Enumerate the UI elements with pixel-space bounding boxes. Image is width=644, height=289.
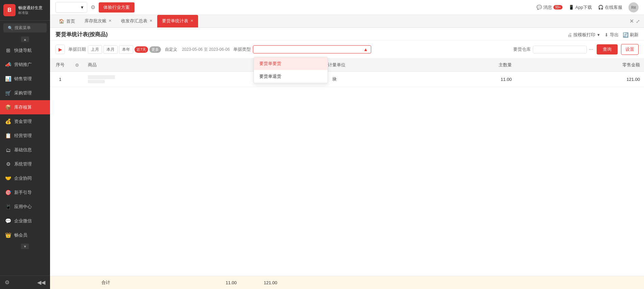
- page-header: 要货单统计表(按商品) 🖨 按模板打印 ▼ ⬇ 导出 🔄 刷新: [50, 28, 644, 41]
- sidebar-collapse-icon[interactable]: ◀◀: [37, 279, 45, 286]
- sidebar-item-label: 采购管理: [14, 90, 32, 96]
- sidebar-item-system[interactable]: ⚙ 系统管理: [0, 157, 50, 171]
- last-month-btn[interactable]: 上月: [88, 45, 102, 54]
- sales-icon: 📊: [5, 75, 11, 82]
- filter-expand-btn[interactable]: ▶: [55, 45, 65, 54]
- purchase-icon: 🛒: [5, 90, 11, 96]
- sidebar-item-inventory[interactable]: 📦 库存核算: [0, 100, 50, 114]
- cell-seq: 1: [50, 72, 70, 87]
- col-seq: 序号: [50, 59, 70, 72]
- search-menu[interactable]: 🔍 搜索菜单: [3, 23, 47, 32]
- type-chevron-icon[interactable]: ▲: [363, 47, 368, 52]
- inventory-icon: 📦: [5, 104, 11, 111]
- scroll-up-btn[interactable]: ▲: [21, 37, 29, 42]
- dropdown-order-goods-label: 要货单要货: [259, 61, 281, 66]
- sidebar-item-guide[interactable]: 🎯 新手引导: [0, 185, 50, 200]
- tab-order-summary-label: 要货单统计表: [162, 18, 188, 24]
- tabs-actions: ✕ ⤢: [629, 18, 640, 24]
- store-selector[interactable]: 41 ▼: [55, 2, 87, 13]
- store-input[interactable]: 41: [58, 4, 79, 11]
- online-service-label: 在线客服: [605, 4, 622, 10]
- tab-order-summary-close[interactable]: ✕: [190, 19, 193, 23]
- sidebar-item-finance[interactable]: 💰 资金管理: [0, 114, 50, 129]
- date-range-display: 2023-05-06 至 2023-06-06: [182, 47, 230, 52]
- app-download-icon: 📱: [569, 5, 574, 10]
- sidebar-item-label: 企业协同: [14, 175, 32, 181]
- this-year-btn[interactable]: 本年: [119, 45, 133, 54]
- topbar-right: 💬 消息 99+ 📱 App下载 🎧 在线客服 Rit: [536, 2, 639, 13]
- settings-gear-icon[interactable]: ⚙: [91, 4, 95, 10]
- sidebar-item-marketing[interactable]: 📣 营销推广: [0, 58, 50, 72]
- expand-btn[interactable]: ⤢: [636, 19, 640, 24]
- export-btn[interactable]: ⬇ 导出: [604, 32, 619, 38]
- dropdown-item-order-return[interactable]: 要货单退货: [254, 70, 328, 83]
- search-icon: 🔍: [8, 26, 13, 30]
- cell-amount: 121.00: [516, 72, 644, 87]
- online-service-btn[interactable]: 🎧 在线客服: [598, 4, 622, 10]
- tab-inventory-batch[interactable]: 库存批次账 ✕: [80, 15, 116, 27]
- messages-btn[interactable]: 💬 消息 99+: [536, 4, 563, 10]
- guide-icon: 🎯: [5, 189, 11, 196]
- sidebar-item-label: 系统管理: [14, 161, 32, 167]
- coop-icon: 🤝: [5, 175, 11, 182]
- tab-receive-summary[interactable]: 收发存汇总表 ✕: [116, 15, 157, 27]
- scroll-down-btn[interactable]: ▼: [21, 244, 29, 249]
- sidebar-bottom: ⚙ ◀◀: [0, 275, 50, 289]
- logo-icon: B: [3, 4, 16, 16]
- app-download-btn[interactable]: 📱 App下载: [569, 4, 592, 10]
- tab-inventory-batch-close[interactable]: ✕: [109, 19, 112, 23]
- tab-home[interactable]: 🏠 首页: [54, 15, 80, 27]
- sidebar-item-operations[interactable]: 📋 经营管理: [0, 129, 50, 143]
- type-input[interactable]: [256, 47, 363, 52]
- sidebar-item-label: 库存核算: [14, 104, 32, 110]
- page-actions: 🖨 按模板打印 ▼ ⬇ 导出 🔄 刷新: [567, 32, 639, 38]
- sidebar-item-app-center[interactable]: 📱 应用中心: [0, 200, 50, 214]
- refresh-btn[interactable]: 🔄 刷新: [623, 32, 639, 38]
- table-wrapper: 序号 ⚙ 商品 主计量单位 主数量: [50, 59, 644, 276]
- sidebar-item-base-info[interactable]: 🗂 基础信息: [0, 143, 50, 157]
- print-chevron-icon: ▼: [597, 33, 600, 37]
- sidebar-item-sales[interactable]: 📊 销售管理: [0, 72, 50, 86]
- sidebar-item-quick-nav[interactable]: ⊞ 快捷导航: [0, 43, 50, 58]
- page-title: 要货单统计表(按商品): [55, 31, 108, 38]
- sidebar-item-wechat[interactable]: 💬 企业微信: [0, 214, 50, 228]
- col-settings[interactable]: ⚙: [70, 59, 84, 72]
- sidebar-item-coop[interactable]: 🤝 企业协同: [0, 171, 50, 185]
- user-avatar[interactable]: Rit: [628, 2, 639, 13]
- data-table: 序号 ⚙ 商品 主计量单位 主数量: [50, 59, 644, 87]
- sidebar: B 畅捷通好生意 标准版 🔍 搜索菜单 ▲ ⊞ 快捷导航 📣 营销推广 📊 销售…: [0, 0, 50, 289]
- table-settings-icon[interactable]: ⚙: [75, 63, 79, 68]
- headset-icon: 🎧: [598, 5, 603, 10]
- date-filter-label: 单据日期: [68, 46, 86, 52]
- print-btn[interactable]: 🖨 按模板打印 ▼: [567, 32, 600, 38]
- sidebar-item-label: 新手引导: [14, 190, 32, 196]
- warehouse-input[interactable]: [536, 47, 584, 52]
- scroll-down-indicator: ▼: [0, 242, 50, 250]
- date-buttons: 上月 本月 本年 近7天 更多 自定义: [88, 45, 180, 54]
- filter-more-icon[interactable]: ···: [589, 46, 593, 52]
- sidebar-item-purchase[interactable]: 🛒 采购管理: [0, 86, 50, 100]
- dropdown-item-order-goods[interactable]: 要货单要货: [254, 57, 328, 70]
- sidebar-settings-icon[interactable]: ⚙: [5, 279, 9, 286]
- more-dates-btn[interactable]: 更多: [149, 46, 161, 53]
- query-btn[interactable]: 查询: [597, 44, 618, 54]
- recent-7-days-btn[interactable]: 近7天: [135, 46, 148, 53]
- type-input-wrapper[interactable]: ▲: [253, 45, 371, 53]
- sidebar-item-label: 企业微信: [14, 218, 32, 224]
- search-menu-label: 搜索菜单: [15, 25, 31, 31]
- app-logo: B 畅捷通好生意 标准版: [0, 0, 50, 21]
- base-info-icon: 🗂: [5, 147, 11, 153]
- type-dropdown: 要货单要货 要货单退货: [254, 57, 328, 83]
- this-month-btn[interactable]: 本月: [103, 45, 118, 54]
- messages-icon: 💬: [536, 5, 542, 10]
- tab-receive-summary-close[interactable]: ✕: [149, 19, 152, 23]
- filter-settings-btn[interactable]: 设置: [621, 44, 639, 55]
- col-amount: 零售金额: [516, 59, 644, 72]
- topbar-left: 41 ▼ ⚙ 体验行业方案: [55, 2, 135, 13]
- tab-order-summary[interactable]: 要货单统计表 ✕: [157, 15, 198, 27]
- sidebar-item-member[interactable]: 👑 畅会员: [0, 228, 50, 242]
- close-all-btn[interactable]: ✕: [629, 18, 634, 24]
- trial-btn[interactable]: 体验行业方案: [99, 2, 135, 13]
- system-icon: ⚙: [5, 161, 11, 168]
- custom-date-btn[interactable]: 自定义: [162, 46, 180, 53]
